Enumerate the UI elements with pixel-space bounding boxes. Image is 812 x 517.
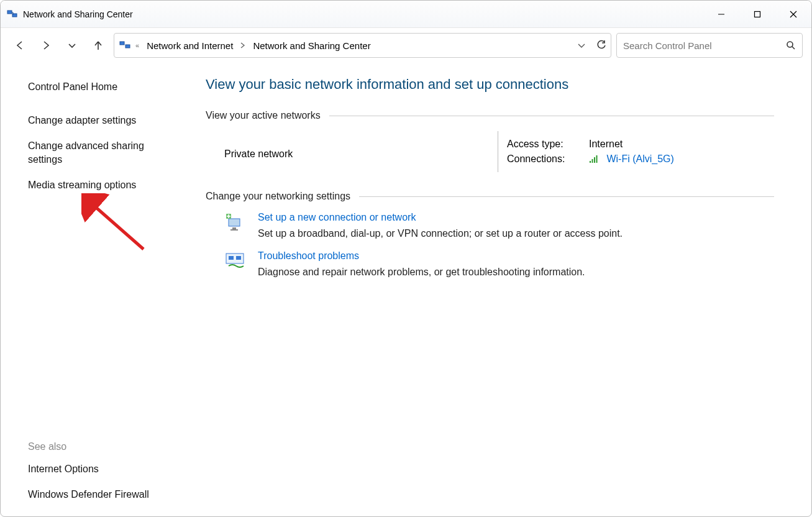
svg-rect-22 <box>236 256 241 260</box>
network-type: Private network <box>224 131 498 160</box>
change-advanced-sharing-link[interactable]: Change advanced sharing settings <box>28 139 172 167</box>
breadcrumb-network-sharing[interactable]: Network and Sharing Center <box>249 38 374 53</box>
svg-rect-13 <box>596 155 598 163</box>
change-adapter-settings-link[interactable]: Change adapter settings <box>28 114 172 127</box>
app-icon <box>7 9 18 20</box>
svg-line-9 <box>792 47 795 49</box>
titlebar: Network and Sharing Center <box>1 1 811 28</box>
divider <box>359 196 774 197</box>
see-also-label: See also <box>28 441 172 452</box>
setup-connection-link[interactable]: Set up a new connection or network <box>258 212 416 223</box>
troubleshoot-link[interactable]: Troubleshoot problems <box>258 250 359 262</box>
svg-rect-15 <box>232 227 236 229</box>
svg-rect-16 <box>230 229 238 231</box>
svg-rect-14 <box>229 219 240 226</box>
close-button[interactable] <box>775 1 811 28</box>
back-button[interactable] <box>9 35 30 56</box>
svg-rect-3 <box>755 11 760 17</box>
active-networks-label: View your active networks <box>206 110 321 121</box>
address-bar[interactable]: « Network and Internet Network and Shari… <box>114 33 611 58</box>
access-type-value: Internet <box>589 139 623 150</box>
connection-link[interactable]: Wi-Fi (Alvi_5G) <box>606 153 673 164</box>
search-input[interactable] <box>623 40 781 51</box>
change-settings-label: Change your networking settings <box>206 191 350 202</box>
divider <box>329 116 774 116</box>
forward-button[interactable] <box>35 35 57 56</box>
address-dropdown-button[interactable] <box>577 41 586 50</box>
wifi-signal-icon <box>589 155 600 163</box>
sidebar: Control Panel Home Change adapter settin… <box>1 63 187 516</box>
window-title: Network and Sharing Center <box>23 9 133 19</box>
search-box[interactable] <box>616 33 803 58</box>
troubleshoot-icon <box>224 250 247 273</box>
recent-locations-button[interactable] <box>62 35 83 56</box>
refresh-button[interactable] <box>596 40 607 51</box>
troubleshoot-desc: Diagnose and repair network problems, or… <box>258 267 585 278</box>
setup-connection-desc: Set up a broadband, dial-up, or VPN conn… <box>258 228 623 239</box>
breadcrumb-root-icon <box>119 40 132 51</box>
up-button[interactable] <box>88 35 109 56</box>
breadcrumb-network-internet[interactable]: Network and Internet <box>143 38 237 53</box>
active-networks: Private network Access type: Internet Co… <box>224 131 774 172</box>
svg-rect-12 <box>594 157 595 163</box>
internet-options-link[interactable]: Internet Options <box>28 462 172 476</box>
page-heading: View your basic network information and … <box>206 76 774 93</box>
breadcrumb-ellipsis[interactable]: « <box>135 42 139 49</box>
content-area: View your basic network information and … <box>187 63 811 516</box>
svg-rect-11 <box>592 159 593 163</box>
svg-rect-21 <box>229 256 234 260</box>
maximize-button[interactable] <box>739 1 775 28</box>
setup-connection-icon <box>224 212 247 234</box>
svg-rect-6 <box>120 42 124 45</box>
search-icon <box>786 40 796 50</box>
svg-rect-7 <box>125 45 130 48</box>
toolbar: « Network and Internet Network and Shari… <box>1 28 811 63</box>
windows-defender-firewall-link[interactable]: Windows Defender Firewall <box>28 488 172 501</box>
minimize-button[interactable] <box>703 1 739 28</box>
connections-label: Connections: <box>507 153 589 165</box>
svg-rect-10 <box>590 161 591 163</box>
media-streaming-options-link[interactable]: Media streaming options <box>28 178 172 192</box>
chevron-right-icon <box>240 42 245 48</box>
svg-rect-0 <box>7 11 12 14</box>
svg-point-8 <box>787 42 793 47</box>
access-type-label: Access type: <box>507 139 589 150</box>
control-panel-home-link[interactable]: Control Panel Home <box>28 80 172 94</box>
